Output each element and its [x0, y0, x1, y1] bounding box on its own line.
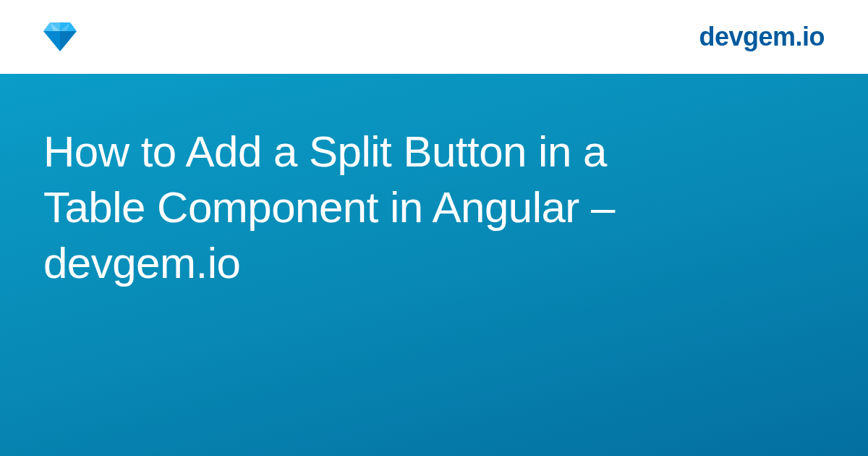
- header: devgem.io: [0, 0, 868, 74]
- page-title: How to Add a Split Button in a Table Com…: [43, 124, 709, 291]
- hero-section: How to Add a Split Button in a Table Com…: [0, 74, 868, 456]
- gem-logo-icon: [43, 20, 77, 54]
- svg-marker-3: [60, 31, 77, 51]
- brand-text: devgem.io: [699, 22, 825, 52]
- svg-marker-2: [43, 31, 60, 51]
- gem-icon: [43, 22, 77, 51]
